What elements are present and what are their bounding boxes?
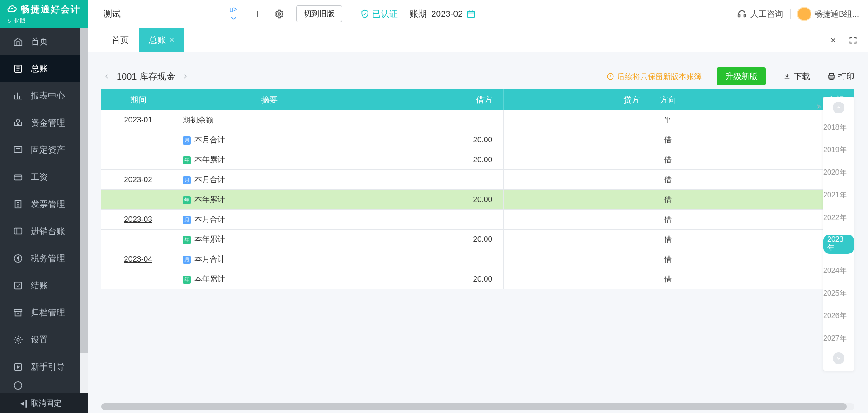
print-icon <box>827 72 835 80</box>
year-item[interactable]: 2019年 <box>823 139 854 161</box>
table-row: 年本年累计20.00借20.00 <box>101 230 854 249</box>
sidebar-pin-toggle[interactable]: ◂∥ 取消固定 <box>0 393 88 413</box>
brand-logo: 畅捷通好会计 专业版 <box>0 0 88 28</box>
calendar-icon[interactable] <box>467 9 476 19</box>
svg-point-1 <box>17 123 19 125</box>
summary-text: 本年累计 <box>194 275 225 283</box>
sidebar-item-setting[interactable]: 设置 <box>0 326 88 353</box>
close-tab-icon[interactable] <box>827 34 839 46</box>
settings-icon[interactable] <box>273 7 286 21</box>
consult-button[interactable]: 人工咨询 <box>737 9 783 19</box>
sidebar-item-chart[interactable]: 报表中心 <box>0 82 88 109</box>
tabs: 首页总账× <box>88 28 868 52</box>
download-button[interactable]: 下载 <box>783 71 810 82</box>
month-total-icon: 月 <box>183 256 191 264</box>
sidebar-item-fund[interactable]: 资金管理 <box>0 109 88 136</box>
sidebar-item-salary[interactable]: 工资 <box>0 164 88 191</box>
dir-cell: 借 <box>651 170 685 190</box>
next-account-button[interactable] <box>180 71 191 82</box>
svg-rect-2 <box>14 147 22 153</box>
content: 1001 库存现金 后续将只保留新版本账簿 升级新版 下载 打印 <box>101 63 854 402</box>
sidebar-item-label: 税务管理 <box>31 253 65 264</box>
cloud-icon <box>6 4 17 15</box>
h-scrollbar[interactable] <box>101 403 854 410</box>
year-item[interactable]: 2021年 <box>823 184 854 206</box>
sidebar-item-tax[interactable]: 税务管理 <box>0 245 88 272</box>
debit-cell <box>356 110 504 130</box>
print-button[interactable]: 打印 <box>827 71 854 82</box>
year-item[interactable]: 2018年 <box>823 116 854 139</box>
year-down-button[interactable] <box>833 352 844 364</box>
account-title[interactable]: 1001 库存现金 <box>117 70 175 83</box>
year-item[interactable]: 2026年 <box>823 305 854 327</box>
year-item[interactable]: 2025年 <box>823 282 854 305</box>
period-link[interactable]: 2023-04 <box>124 255 152 263</box>
year-up-button[interactable] <box>833 102 844 113</box>
th-summary: 摘要 <box>175 89 356 110</box>
sidebar-scrollbar[interactable] <box>80 28 88 394</box>
tab-close-icon[interactable]: × <box>170 35 175 45</box>
prev-account-button[interactable] <box>101 71 112 82</box>
period-link[interactable]: 2023-02 <box>124 175 152 184</box>
period-link[interactable]: 2023-01 <box>124 116 152 124</box>
dir-cell: 平 <box>651 110 685 130</box>
pin-label: 取消固定 <box>31 398 61 408</box>
dir-cell: 借 <box>651 150 685 170</box>
switch-old-button[interactable]: 切到旧版 <box>296 5 342 22</box>
month-total-icon: 月 <box>183 216 191 224</box>
sidebar-item-asset[interactable]: 固定资产 <box>0 136 88 164</box>
table-row: 2023-01期初余额平 <box>101 110 854 130</box>
collapse-year-strip-icon[interactable] <box>814 99 823 115</box>
shield-icon <box>360 9 369 19</box>
summary-text: 本月合计 <box>194 255 225 263</box>
period-link[interactable]: 2023-03 <box>124 215 152 224</box>
svg-rect-13 <box>467 11 474 17</box>
sidebar-item-label: 总账 <box>31 63 48 75</box>
asset-icon <box>13 145 24 155</box>
svg-rect-7 <box>15 282 22 289</box>
verified-badge: 已认证 <box>360 8 398 20</box>
tab-0[interactable]: 首页 <box>102 28 139 52</box>
ledger-table: 期间 摘要 借方 贷方 方向 余额 2023-01期初余额平月本月合计20.00… <box>101 89 854 289</box>
sidebar-item-archive[interactable]: 归档管理 <box>0 299 88 326</box>
upgrade-button[interactable]: 升级新版 <box>717 67 766 85</box>
dir-cell: 借 <box>651 130 685 150</box>
year-item[interactable]: 2024年 <box>823 259 854 282</box>
sidebar-item-close[interactable]: 结账 <box>0 272 88 299</box>
fullscreen-icon[interactable] <box>847 34 859 46</box>
credit-cell <box>504 110 651 130</box>
tab-1[interactable]: 总账× <box>139 28 184 52</box>
user-menu[interactable]: 畅捷通B组... <box>798 8 859 20</box>
debit-cell: 20.00 <box>356 190 504 210</box>
sidebar-item-home[interactable]: 首页 <box>0 28 88 55</box>
tab-label: 首页 <box>112 34 129 46</box>
guide-icon <box>13 361 24 372</box>
sidebar-item-more[interactable] <box>0 380 88 390</box>
chevron-down-icon: u> <box>229 5 238 23</box>
summary-text: 本年累计 <box>194 155 225 164</box>
dir-cell: 借 <box>651 190 685 210</box>
company-select[interactable]: 测试 u> <box>104 8 243 20</box>
year-total-icon: 年 <box>183 236 191 244</box>
archive-icon <box>13 307 24 318</box>
stock-icon <box>13 226 24 237</box>
th-debit: 借方 <box>356 89 504 110</box>
period-value[interactable]: 2023-02 <box>431 9 463 19</box>
sidebar-item-guide[interactable]: 新手引导 <box>0 353 88 380</box>
svg-rect-15 <box>744 14 746 16</box>
year-item[interactable]: 2023年 <box>823 235 854 254</box>
month-total-icon: 月 <box>183 136 191 145</box>
svg-point-9 <box>17 338 19 341</box>
sidebar-item-ledger[interactable]: 总账 <box>0 55 88 82</box>
add-button[interactable] <box>251 7 264 21</box>
year-item[interactable]: 2022年 <box>823 206 854 229</box>
year-item[interactable]: 2020年 <box>823 161 854 184</box>
credit-cell <box>504 230 651 249</box>
sidebar-item-stock[interactable]: 进销台账 <box>0 218 88 245</box>
sidebar-item-label: 设置 <box>31 334 48 346</box>
th-dir: 方向 <box>651 89 685 110</box>
th-period: 期间 <box>101 89 175 110</box>
year-item[interactable]: 2027年 <box>823 327 854 350</box>
sidebar-item-invoice[interactable]: 发票管理 <box>0 191 88 218</box>
debit-cell <box>356 210 504 230</box>
